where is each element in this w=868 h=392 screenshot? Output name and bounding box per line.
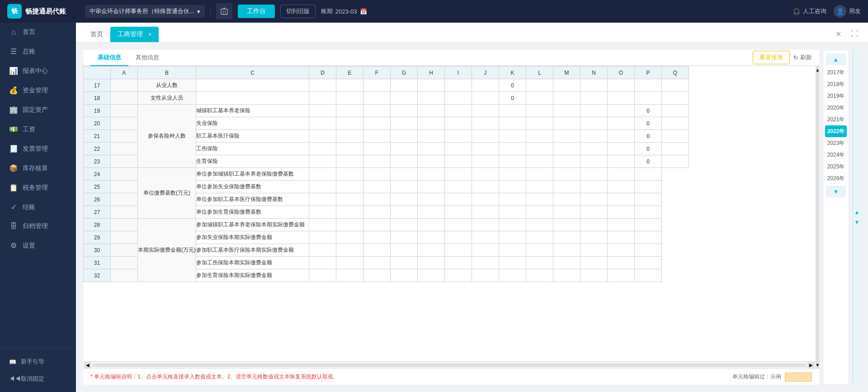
tab-home[interactable]: 首页 <box>83 27 110 42</box>
cell-17-l[interactable] <box>526 79 553 92</box>
cell-17-o[interactable] <box>608 79 635 92</box>
calendar-icon[interactable]: 📅 <box>360 8 367 15</box>
cell-17-e[interactable] <box>336 79 363 92</box>
sidebar-item-tax[interactable]: 📋 税务管理 <box>0 178 76 197</box>
tab-close-icon[interactable]: × <box>148 31 151 38</box>
vscroll-up-btn[interactable]: ▲ <box>816 66 819 73</box>
cell-17-d[interactable] <box>309 79 336 92</box>
help-button[interactable]: 🎧 人工咨询 <box>793 7 826 15</box>
old-version-button[interactable]: 切到旧版 <box>280 5 316 18</box>
cell-18-k[interactable]: 0 <box>499 92 526 105</box>
sidebar-item-reports[interactable]: 📊 报表中心 <box>0 61 76 81</box>
year-2026[interactable]: 2026年 <box>825 172 847 184</box>
year-2017[interactable]: 2017年 <box>825 67 847 78</box>
tab-bizmanage[interactable]: 工商管理 × <box>110 27 159 42</box>
company-selector[interactable]: 中审众环会计师事务所（特殊普通合伙... ▾ <box>85 5 205 18</box>
cell-18-j[interactable] <box>472 92 499 105</box>
cell-18-i[interactable] <box>445 92 472 105</box>
cell-18-p[interactable] <box>635 92 662 105</box>
year-2025[interactable]: 2025年 <box>825 161 847 172</box>
cell-17-g[interactable] <box>391 79 418 92</box>
sidebar-item-inventory[interactable]: 📦 库存核算 <box>0 158 76 178</box>
row-num-17: 17 <box>84 79 111 92</box>
sidebar-item-salary[interactable]: 💵 工资 <box>0 120 76 139</box>
year-2022[interactable]: 2022年 <box>825 125 847 137</box>
hscroll-right-btn[interactable]: ▶ <box>807 362 815 368</box>
col-header-n: N <box>580 67 608 79</box>
cell-17-q[interactable] <box>662 79 689 92</box>
cell-24-b-merge[interactable]: 单位缴费基数(万元) <box>138 168 196 219</box>
hscroll-left-btn[interactable]: ◀ <box>84 362 91 368</box>
vscroll-thumb[interactable] <box>816 73 819 361</box>
cell-18-e[interactable] <box>336 92 363 105</box>
cell-18-q[interactable] <box>662 92 689 105</box>
cell-17-k[interactable]: 0 <box>499 79 526 92</box>
cell-17-j[interactable] <box>472 79 499 92</box>
hscroll-track[interactable] <box>92 363 807 367</box>
cell-17-p[interactable] <box>635 79 662 92</box>
cell-18-f[interactable] <box>363 92 391 105</box>
row-num-18: 18 <box>84 92 111 105</box>
year-2018[interactable]: 2018年 <box>825 78 847 90</box>
cell-17-m[interactable] <box>553 79 580 92</box>
sidebar-item-ledger[interactable]: ☰ 总账 <box>0 42 76 61</box>
user-menu[interactable]: 👤 用友 <box>834 5 861 18</box>
cell-18-d[interactable] <box>309 92 336 105</box>
new-guide[interactable]: 📖 新手引导 <box>0 353 76 370</box>
sidebar-item-funds[interactable]: 💰 资金管理 <box>0 81 76 100</box>
year-2019[interactable]: 2019年 <box>825 90 847 102</box>
reset-button[interactable]: 重置报表 <box>753 51 790 64</box>
cell-18-n[interactable] <box>580 92 608 105</box>
year-2020[interactable]: 2020年 <box>825 102 847 114</box>
year-2023[interactable]: 2023年 <box>825 137 847 149</box>
cell-17-b[interactable]: 从业人数 <box>138 79 196 92</box>
cell-17-n[interactable] <box>580 79 608 92</box>
year-2024[interactable]: 2024年 <box>825 149 847 161</box>
cell-17-a[interactable] <box>111 79 138 92</box>
cell-18-c[interactable] <box>196 92 309 105</box>
cell-18-g[interactable] <box>391 92 418 105</box>
cell-18-m[interactable] <box>553 92 580 105</box>
year-nav-down[interactable]: ▼ <box>826 186 846 197</box>
sub-tab-other[interactable]: 其他信息 <box>128 50 166 66</box>
cell-17-i[interactable] <box>445 79 472 92</box>
cell-17-c[interactable] <box>196 79 309 92</box>
refresh-button[interactable]: ↻ 刷新 <box>793 53 812 62</box>
cell-18-a[interactable] <box>111 92 138 105</box>
user-avatar: 👤 <box>834 5 846 18</box>
sidebar-item-assets[interactable]: 🏢 固定资产 <box>0 100 76 120</box>
tax-icon: 📋 <box>9 183 18 192</box>
sub-tab-basic[interactable]: 基础信息 <box>90 50 128 66</box>
close-panel-button[interactable]: ✕ <box>832 28 844 40</box>
cell-18-o[interactable] <box>608 92 635 105</box>
workbench-button[interactable]: 工作台 <box>238 5 275 18</box>
year-nav-up[interactable]: ▲ <box>826 53 846 65</box>
spreadsheet-scroll[interactable]: A B C D E F G H I <box>83 66 816 361</box>
vscroll-down-btn[interactable]: ▼ <box>816 361 819 368</box>
expand-button[interactable]: ⛶ <box>848 28 861 40</box>
horizontal-scrollbar[interactable]: ◀ ▶ <box>83 361 816 368</box>
cell-28-b-merge[interactable]: 本期实际缴费金额(万元) <box>138 219 196 282</box>
collapse-panel[interactable]: ▲ ▼ <box>853 50 861 385</box>
footer-right: 单元格编辑过：示例 <box>732 373 812 382</box>
help-label: 人工咨询 <box>803 7 826 15</box>
cell-17-h[interactable] <box>418 79 445 92</box>
sidebar-item-settings[interactable]: ⚙ 设置 <box>0 236 76 255</box>
cell-19-b-merge[interactable]: 参保各险种人数 <box>138 105 196 168</box>
year-2021[interactable]: 2021年 <box>825 114 847 125</box>
vertical-scrollbar[interactable]: ▲ ▼ <box>816 66 819 368</box>
company-icon-button[interactable] <box>216 3 232 19</box>
unpin-label: ◀◀取消固定 <box>9 375 44 383</box>
cell-18-l[interactable] <box>526 92 553 105</box>
sidebar-item-home[interactable]: ⌂ 首页 <box>0 23 76 42</box>
salary-icon: 💵 <box>9 125 18 134</box>
cell-18-h[interactable] <box>418 92 445 105</box>
col-header-o: O <box>608 67 635 79</box>
cell-18-b[interactable]: 女性从业人员 <box>138 92 196 105</box>
cell-17-f[interactable] <box>363 79 391 92</box>
sidebar-bottom: 📖 新手引导 ◀◀取消固定 <box>0 348 76 392</box>
sidebar-item-closing[interactable]: ✓ 结账 <box>0 197 76 217</box>
sidebar-item-invoice[interactable]: 🧾 发票管理 <box>0 139 76 158</box>
unpin-button[interactable]: ◀◀取消固定 <box>0 370 76 387</box>
sidebar-item-archive[interactable]: 🗄 归档管理 <box>0 217 76 236</box>
